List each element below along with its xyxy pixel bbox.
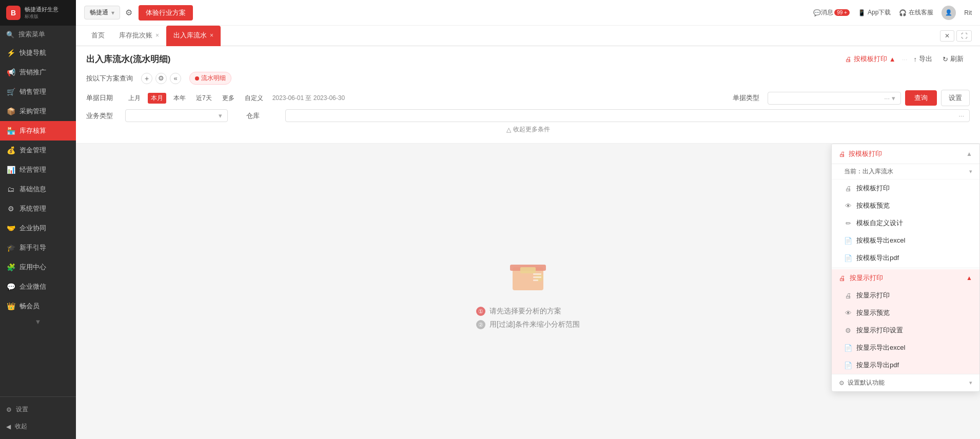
sidebar-item-label: 快捷导航: [19, 48, 46, 57]
collapse-label: 收起更多条件: [513, 125, 550, 134]
dp-current-item[interactable]: 当前：出入库流水 ▾: [832, 164, 979, 179]
sidebar-item-sales[interactable]: 🛒 销售管理: [0, 82, 76, 102]
sidebar-item-label: 销售管理: [19, 87, 46, 96]
tab-batch-account[interactable]: 库存批次账 ×: [112, 26, 166, 46]
filter-config-btn[interactable]: ⚙: [155, 73, 167, 84]
dp-template-excel[interactable]: 📄 按模板导出excel: [832, 232, 979, 249]
sidebar-item-appcenter[interactable]: 🧩 应用中心: [0, 257, 76, 277]
tab-inout-flow-close[interactable]: ×: [210, 32, 213, 39]
query-button[interactable]: 查询: [905, 90, 937, 106]
sidebar-logo: B 畅捷通好生意 标准版: [0, 0, 76, 26]
warehouse-more-icon: ···: [958, 112, 964, 119]
dp-template-print-label: 按模板打印: [856, 184, 890, 193]
dp-template-custom[interactable]: ✏ 模板自定义设计: [832, 214, 979, 232]
topbar-app-download-btn[interactable]: 📱 App下载: [858, 8, 891, 17]
sidebar-item-wecom[interactable]: 💬 企业微信: [0, 277, 76, 296]
appcenter-icon: 🧩: [6, 263, 15, 271]
finance-icon: 💰: [6, 146, 15, 154]
sidebar-item-enterprise[interactable]: 🤝 企业协同: [0, 218, 76, 238]
sidebar-item-label: 资金管理: [19, 146, 46, 155]
dp-template-custom-label: 模板自定义设计: [856, 218, 903, 228]
topbar-avatar[interactable]: 👤: [942, 6, 956, 20]
date-btn-custom[interactable]: 自定义: [242, 93, 266, 104]
dp-footer[interactable]: ⚙ 设置默认功能 ▾: [832, 374, 979, 391]
filter-add-btn[interactable]: +: [141, 73, 152, 84]
sidebar-item-quick-nav[interactable]: ⚡ 快捷导航: [0, 43, 76, 63]
sidebar-item-newbie[interactable]: 🎓 新手引导: [0, 238, 76, 257]
tab-batch-account-close[interactable]: ×: [155, 32, 159, 39]
sidebar-item-marketing[interactable]: 📢 营销推广: [0, 63, 76, 82]
window-close-btn[interactable]: ✕: [940, 30, 954, 42]
export-btn[interactable]: ↑ 导出: [910, 52, 937, 66]
dp-display-pdf[interactable]: 📄 按显示导出pdf: [832, 356, 979, 374]
sidebar-item-label: 库存核算: [19, 126, 46, 135]
sidebar-item-operation[interactable]: 📊 经营管理: [0, 160, 76, 179]
sidebar-item-purchase[interactable]: 📦 采购管理: [0, 102, 76, 121]
sidebar-item-inventory[interactable]: 🏪 库存核算: [0, 121, 76, 141]
topbar-account-selector[interactable]: 畅捷通 ▾: [84, 6, 120, 19]
sidebar-item-system[interactable]: ⚙ 系统管理: [0, 199, 76, 218]
collapse-filter-btn[interactable]: △ 收起更多条件: [86, 122, 970, 137]
dp-template-pdf-icon: 📄: [844, 254, 852, 262]
sidebar-item-label: 畅会员: [19, 302, 40, 311]
filter-collapse-left-btn[interactable]: «: [170, 73, 181, 84]
date-shortcuts: 上月 本月 本年 近7天 更多 自定义 2023-06-01 至 2023-06…: [125, 93, 345, 104]
dp-display-excel-icon: 📄: [844, 344, 852, 352]
sidebar-item-label: 基础信息: [19, 185, 46, 194]
trial-industry-button[interactable]: 体验行业方案: [139, 5, 193, 21]
dp-display-print-section: 🖨 按显示打印 ▲ 🖨 按显示打印 👁 按显示预览 ⚙ 按显示打印设置: [832, 269, 979, 374]
sidebar-item-label: 采购管理: [19, 107, 46, 116]
date-btn-last-month[interactable]: 上月: [125, 93, 144, 104]
sidebar: B 畅捷通好生意 标准版 🔍 搜索菜单 ⚡ 快捷导航 📢 营销推广 🛒 销售管理…: [0, 0, 76, 439]
dp-template-pdf[interactable]: 📄 按模板导出pdf: [832, 249, 979, 267]
topbar-message-btn[interactable]: 💬 消息 99 +: [813, 8, 850, 17]
tab-home[interactable]: 首页: [84, 26, 112, 46]
sidebar-item-vip[interactable]: 👑 畅会员: [0, 296, 76, 316]
date-btn-this-year[interactable]: 本年: [170, 93, 189, 104]
biz-type-select[interactable]: ▾: [125, 109, 228, 122]
sidebar-item-basic[interactable]: 🗂 基础信息: [0, 179, 76, 199]
dp-display-print[interactable]: 🖨 按显示打印: [832, 287, 979, 304]
date-btn-this-month[interactable]: 本月: [148, 93, 166, 104]
refresh-btn[interactable]: ↻ 刷新: [938, 52, 968, 66]
operation-icon: 📊: [6, 166, 15, 174]
sidebar-item-finance[interactable]: 💰 资金管理: [0, 141, 76, 160]
wecom-icon: 💬: [6, 283, 15, 291]
inventory-icon: 🏪: [6, 127, 15, 135]
avatar-image: 👤: [945, 9, 952, 16]
app-download-icon: 📱: [858, 9, 866, 16]
dp-display-excel[interactable]: 📄 按显示导出excel: [832, 339, 979, 356]
warehouse-select[interactable]: ···: [285, 109, 970, 122]
filter-tag-water-detail: 流水明细: [189, 72, 231, 85]
svg-rect-6: [533, 280, 538, 281]
print-template-btn[interactable]: 🖨 按模板打印 ▲: [841, 52, 900, 66]
dp-display-settings[interactable]: ⚙ 按显示打印设置: [832, 322, 979, 339]
topbar-service-btn[interactable]: 🎧 在线客服: [899, 8, 933, 17]
dp-template-print[interactable]: 🖨 按模板打印: [832, 179, 979, 197]
sidebar-scroll-down[interactable]: ▼: [0, 316, 76, 328]
dp-header-collapse-icon[interactable]: ▲: [966, 150, 972, 157]
settings-button[interactable]: 设置: [941, 90, 970, 106]
service-icon: 🎧: [899, 9, 907, 16]
dp-template-preview[interactable]: 👁 按模板预览: [832, 197, 979, 214]
sidebar-search[interactable]: 🔍 搜索菜单: [0, 26, 76, 43]
sidebar-item-label: 经营管理: [19, 165, 46, 174]
date-btn-more[interactable]: 更多: [219, 93, 238, 104]
filter-biz-row: 业务类型 ▾ 仓库 ···: [86, 109, 970, 122]
tab-inout-flow[interactable]: 出入库流水 ×: [166, 26, 221, 46]
date-btn-7days[interactable]: 近7天: [193, 93, 215, 104]
settings-label: 设置: [16, 405, 28, 414]
topbar-gear-icon[interactable]: ⚙: [125, 8, 132, 17]
window-maximize-btn[interactable]: ⛶: [956, 30, 972, 42]
empty-step-2: ② 用[过滤]条件来缩小分析范围: [476, 320, 580, 329]
sidebar-settings-btn[interactable]: ⚙ 设置: [0, 401, 76, 418]
dp-display-print-section-header[interactable]: 🖨 按显示打印 ▲: [832, 269, 979, 287]
sidebar-item-label: 企业协同: [19, 224, 46, 233]
sidebar-collapse-btn[interactable]: ◀ 收起: [0, 418, 76, 435]
doc-type-select[interactable]: ··· ▾: [768, 92, 901, 105]
sidebar-item-label: 应用中心: [19, 263, 46, 272]
dp-display-preview[interactable]: 👁 按显示预览: [832, 304, 979, 322]
dp-display-pdf-icon: 📄: [844, 361, 852, 369]
marketing-icon: 📢: [6, 68, 15, 76]
dp-footer-arrow-icon: ▾: [969, 380, 972, 386]
